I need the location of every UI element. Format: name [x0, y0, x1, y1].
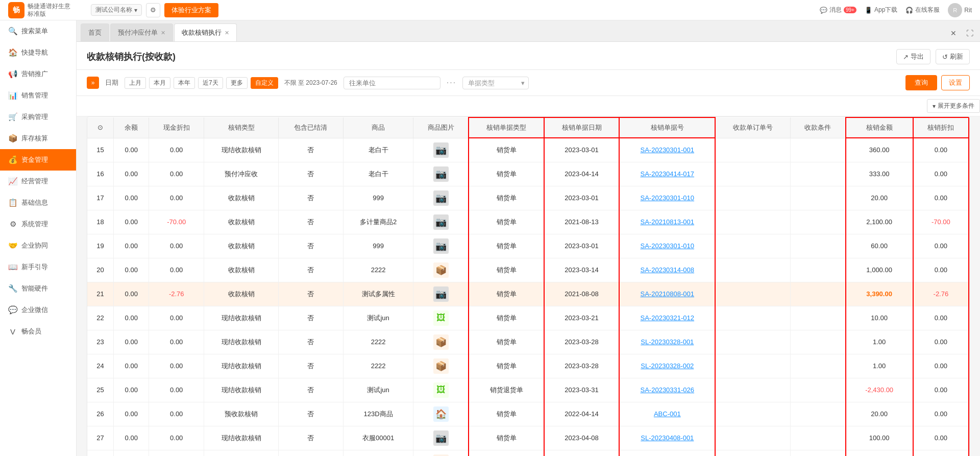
bill-no-link[interactable]: SL-20230408-001: [641, 434, 694, 442]
date-custom-btn[interactable]: 自定义: [251, 77, 278, 89]
billDate-cell: 2021-08-08: [544, 282, 619, 306]
industry-btn[interactable]: 体验行业方案: [164, 3, 218, 17]
date-option-本月[interactable]: 本月: [149, 77, 170, 89]
gear-button[interactable]: ⚙: [146, 3, 160, 17]
partner-input[interactable]: [344, 77, 440, 89]
receiptOrderNo-cell: [715, 234, 790, 258]
receiptCondition-cell: [790, 282, 845, 306]
includeClear-cell: 否: [279, 402, 344, 426]
billDate-cell: 2023-04-14: [544, 162, 619, 186]
bill-no-link[interactable]: SA-20230331-026: [641, 386, 695, 394]
bill-no-link[interactable]: ABC-001: [654, 410, 681, 418]
table-row: 190.000.00收款核销否999📷销货单2023-03-01SA-20230…: [87, 234, 969, 258]
sidebar-item-采购管理[interactable]: 🛒采购管理: [0, 106, 76, 128]
sidebar-item-基础信息[interactable]: 📋基础信息: [0, 192, 76, 213]
receiptCondition-cell: [790, 330, 845, 354]
date-option-近7天[interactable]: 近7天: [198, 77, 223, 89]
bill-no-link[interactable]: SA-20230314-008: [641, 266, 695, 274]
bill-no-link[interactable]: SL-20230328-001: [641, 338, 694, 346]
table-row: 260.000.00预收款核销否123D商品🏠销货单2022-04-14ABC-…: [87, 402, 969, 426]
tab-收款核销执行[interactable]: 收款核销执行✕: [174, 23, 237, 41]
bill-no-link[interactable]: SA-20210813-001: [641, 218, 695, 226]
col-header-balance: 余额: [114, 117, 149, 138]
idx-cell: 16: [87, 162, 114, 186]
billDate-cell: 2023-04-08: [544, 426, 619, 450]
date-option-本年[interactable]: 本年: [174, 77, 195, 89]
date-option-更多[interactable]: 更多: [226, 77, 248, 89]
date-option-上月[interactable]: 上月: [125, 77, 146, 89]
billDate-cell: 2023-03-01: [544, 186, 619, 210]
close-tab-btn[interactable]: ✕: [947, 27, 960, 39]
company-selector[interactable]: 测试公司名称 ▾: [91, 4, 142, 16]
sidebar-item-畅会员[interactable]: V畅会员: [0, 321, 76, 342]
sidebar-label: 企业微信: [21, 305, 48, 315]
writeoffType-cell: 预付冲应收: [204, 162, 279, 186]
sidebar-item-库存核算[interactable]: 📦库存核算: [0, 128, 76, 149]
expand-button[interactable]: »: [87, 77, 99, 89]
sidebar-item-销售管理[interactable]: 📊销售管理: [0, 85, 76, 106]
product-cell: 测试多属性: [343, 282, 413, 306]
receiptCondition-cell: [790, 426, 845, 450]
table-row: 250.000.00现结收款核销否测试jun🖼销货退货单2023-03-31SA…: [87, 378, 969, 402]
writeoffDiscount-cell: 0.00: [913, 426, 969, 450]
balance-cell: 0.00: [114, 282, 149, 306]
query-button[interactable]: 查询: [905, 75, 937, 90]
maximize-tab-btn[interactable]: ⛶: [964, 27, 976, 39]
col-header-writeoffType: 核销类型: [204, 117, 279, 138]
refresh-button[interactable]: ↺ 刷新: [936, 49, 970, 64]
product-cell: 2222: [343, 450, 413, 456]
bill-type-select[interactable]: 单据类型: [462, 77, 529, 89]
bill-no-link[interactable]: SA-20230301-010: [641, 242, 695, 250]
tab-首页[interactable]: 首页: [81, 23, 109, 41]
bill-no-link[interactable]: SA-20230301-010: [641, 194, 695, 202]
cashDiscount-cell: 0.00: [149, 402, 204, 426]
bill-no-link[interactable]: SA-20210808-001: [641, 290, 695, 298]
sidebar-icon: 📦: [8, 134, 17, 143]
tab-close-icon[interactable]: ✕: [225, 30, 229, 36]
settings-button[interactable]: 设置: [941, 75, 970, 90]
idx-cell: 23: [87, 330, 114, 354]
cashDiscount-cell: 0.00: [149, 450, 204, 456]
message-btn[interactable]: 💬 消息 99+: [820, 6, 856, 14]
tab-预付冲应付单[interactable]: 预付冲应付单✕: [110, 23, 173, 41]
writeoffAmount-cell: 1.00: [846, 330, 913, 354]
sidebar-item-企业微信[interactable]: 💬企业微信: [0, 299, 76, 321]
balance-cell: 0.00: [114, 186, 149, 210]
sidebar-item-新手引导[interactable]: 📖新手引导: [0, 256, 76, 278]
user-menu-btn[interactable]: R Rit: [948, 3, 972, 17]
billCategory-cell: 销货单: [469, 234, 544, 258]
sidebar-item-经营管理[interactable]: 📈经营管理: [0, 171, 76, 192]
includeClear-cell: 否: [279, 354, 344, 378]
page-title: 收款核销执行(按收款): [87, 51, 176, 63]
sidebar-item-智能硬件[interactable]: 🔧智能硬件: [0, 278, 76, 299]
sidebar-icon: ⚙: [8, 220, 17, 229]
tab-close-icon[interactable]: ✕: [161, 30, 165, 36]
idx-cell: 19: [87, 234, 114, 258]
bill-no-link[interactable]: SL-20230328-002: [641, 362, 694, 370]
sidebar-item-快捷导航[interactable]: 🏠快捷导航: [0, 42, 76, 63]
top-bar-center: 测试公司名称 ▾ ⚙ 体验行业方案: [91, 3, 814, 17]
billDate-cell: 2023-03-21: [544, 306, 619, 330]
expand-more-button[interactable]: ▾ 展开更多条件: [927, 99, 980, 113]
receiptOrderNo-cell: [715, 426, 790, 450]
chevron-down-icon: ▾: [933, 103, 936, 110]
app-download-btn[interactable]: 📱 App下载: [865, 6, 897, 14]
bill-no-link[interactable]: SA-20230301-001: [641, 146, 695, 154]
sidebar-item-系统管理[interactable]: ⚙系统管理: [0, 213, 76, 235]
billCategory-cell: 销货单: [469, 354, 544, 378]
writeoffDiscount-cell: 0.00: [913, 330, 969, 354]
bill-no-link[interactable]: SA-20230414-017: [641, 170, 695, 178]
writeoffType-cell: 收款核销: [204, 210, 279, 234]
sidebar-item-资金管理[interactable]: 💰资金管理: [0, 149, 76, 171]
sidebar-item-搜索菜单[interactable]: 🔍搜索菜单: [0, 20, 76, 42]
page-content: 收款核销执行(按收款) ↗ 导出 ↺ 刷新 » 日期 上月本月本年近7天更多自定…: [77, 42, 980, 456]
receiptCondition-cell: [790, 378, 845, 402]
writeoffType-cell: 收款核销: [204, 234, 279, 258]
sidebar-label: 搜索菜单: [21, 27, 48, 36]
product-thumbnail: 📷: [433, 142, 449, 158]
sidebar-item-营销推广[interactable]: 📢营销推广: [0, 63, 76, 85]
export-button[interactable]: ↗ 导出: [896, 49, 930, 64]
online-service-btn[interactable]: 🎧 在线客服: [905, 6, 940, 14]
bill-no-link[interactable]: SA-20230321-012: [641, 314, 695, 322]
sidebar-item-企业协同[interactable]: 🤝企业协同: [0, 235, 76, 256]
